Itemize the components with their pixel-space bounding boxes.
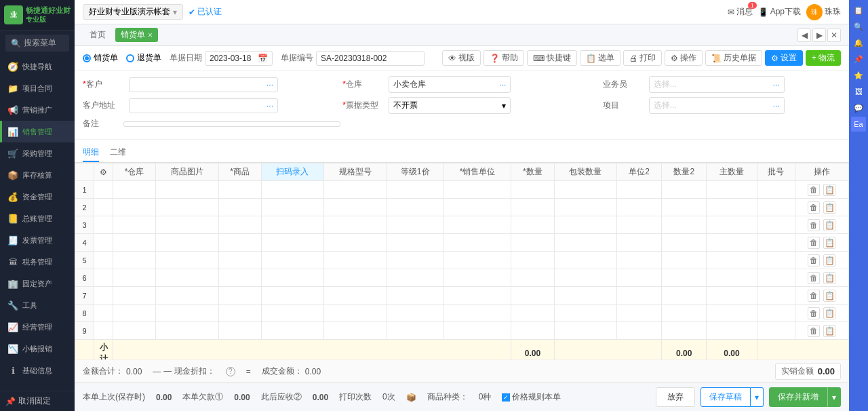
row-image[interactable] xyxy=(156,269,218,287)
app-download-button[interactable]: 📱 App下载 xyxy=(758,6,801,18)
row-image[interactable] xyxy=(156,234,218,252)
sidebar-item-purchase[interactable]: 🛒 采购管理 xyxy=(0,142,75,164)
select-button[interactable]: 📋选单 xyxy=(580,50,620,66)
row-actions[interactable]: 🗑 📋 xyxy=(795,322,848,340)
row-unit[interactable] xyxy=(443,252,511,269)
row-delete-button[interactable]: 🗑 xyxy=(808,272,820,284)
row-unit2[interactable] xyxy=(616,216,661,234)
row-unit[interactable] xyxy=(443,269,511,287)
row-goods[interactable] xyxy=(218,269,261,287)
row-spec[interactable] xyxy=(324,252,387,269)
th-settings[interactable]: ⚙ xyxy=(94,163,113,181)
row-batch[interactable] xyxy=(757,322,795,340)
row-qty[interactable] xyxy=(511,216,554,234)
row-warehouse[interactable] xyxy=(113,216,156,234)
row-image[interactable] xyxy=(156,252,218,269)
tab-2d[interactable]: 二维 xyxy=(110,144,126,162)
row-main-qty[interactable] xyxy=(707,199,757,216)
address-more-icon[interactable]: ··· xyxy=(267,101,273,111)
row-qty2[interactable] xyxy=(662,322,707,340)
row-actions[interactable]: 🗑 📋 xyxy=(795,181,848,199)
row-price[interactable] xyxy=(387,287,443,305)
row-qty[interactable] xyxy=(511,199,554,216)
row-copy-button[interactable]: 📋 xyxy=(823,184,835,196)
row-delete-button[interactable]: 🗑 xyxy=(808,307,820,319)
table-row[interactable]: 3 🗑 📋 xyxy=(75,216,849,234)
row-image[interactable] xyxy=(156,305,218,322)
row-pkg-qty[interactable] xyxy=(554,287,616,305)
row-delete-button[interactable]: 🗑 xyxy=(808,201,820,214)
price-check-label[interactable]: ✓ 价格规则本单 xyxy=(502,391,561,403)
save-new-arrow-button[interactable]: ▾ xyxy=(827,387,841,407)
row-image[interactable] xyxy=(156,181,218,199)
row-spec[interactable] xyxy=(324,287,387,305)
row-copy-button[interactable]: 📋 xyxy=(823,201,835,214)
remark-input[interactable] xyxy=(123,121,340,127)
nav-prev-button[interactable]: ◀ xyxy=(797,28,811,42)
sidebar-item-quick-nav[interactable]: 🧭 快捷导航 xyxy=(0,56,75,77)
row-qty2[interactable] xyxy=(662,305,707,322)
right-tool-1[interactable]: 📋 xyxy=(851,3,866,18)
row-goods[interactable] xyxy=(218,252,261,269)
shortcut-button[interactable]: ⌨快捷键 xyxy=(527,50,577,66)
row-pkg-qty[interactable] xyxy=(554,269,616,287)
row-batch[interactable] xyxy=(757,216,795,234)
row-goods[interactable] xyxy=(218,216,261,234)
right-tool-6[interactable]: 🖼 xyxy=(851,84,866,99)
row-spec[interactable] xyxy=(324,305,387,322)
row-goods[interactable] xyxy=(218,234,261,252)
sidebar-item-inventory[interactable]: 📦 库存核算 xyxy=(0,164,75,186)
row-image[interactable] xyxy=(156,322,218,340)
row-qty2[interactable] xyxy=(662,181,707,199)
warehouse-more-icon[interactable]: ··· xyxy=(499,80,506,90)
row-unit2[interactable] xyxy=(616,252,661,269)
row-scan[interactable] xyxy=(261,269,323,287)
row-qty[interactable] xyxy=(511,269,554,287)
help-button[interactable]: ❓帮助 xyxy=(484,50,524,66)
row-image[interactable] xyxy=(156,216,218,234)
row-scan[interactable] xyxy=(261,199,323,216)
row-unit[interactable] xyxy=(443,322,511,340)
row-image[interactable] xyxy=(156,199,218,216)
row-goods[interactable] xyxy=(218,181,261,199)
row-warehouse[interactable] xyxy=(113,252,156,269)
row-copy-button[interactable]: 📋 xyxy=(823,219,835,231)
row-qty2[interactable] xyxy=(662,269,707,287)
row-actions[interactable]: 🗑 📋 xyxy=(795,199,848,216)
warehouse-input[interactable]: 小卖仓库 ··· xyxy=(389,76,511,93)
row-spec[interactable] xyxy=(324,181,387,199)
table-row[interactable]: 1 🗑 📋 xyxy=(75,181,849,199)
date-input[interactable]: 2023-03-18 📅 xyxy=(205,51,273,66)
row-scan[interactable] xyxy=(261,322,323,340)
project-more-icon[interactable]: ··· xyxy=(773,101,780,111)
row-unit2[interactable] xyxy=(616,234,661,252)
row-spec[interactable] xyxy=(324,322,387,340)
view-button[interactable]: 👁视版 xyxy=(442,50,481,66)
row-goods[interactable] xyxy=(218,322,261,340)
nav-close-button[interactable]: ✕ xyxy=(827,28,841,42)
table-row[interactable]: 4 🗑 📋 xyxy=(75,234,849,252)
row-scan[interactable] xyxy=(261,252,323,269)
row-batch[interactable] xyxy=(757,252,795,269)
row-unit[interactable] xyxy=(443,305,511,322)
row-main-qty[interactable] xyxy=(707,287,757,305)
row-price[interactable] xyxy=(387,216,443,234)
sidebar-item-finance[interactable]: 💰 资金管理 xyxy=(0,186,75,208)
right-tool-4[interactable]: 📌 xyxy=(851,52,866,66)
row-unit2[interactable] xyxy=(616,269,661,287)
row-goods[interactable] xyxy=(218,287,261,305)
row-goods[interactable] xyxy=(218,199,261,216)
row-price[interactable] xyxy=(387,322,443,340)
row-batch[interactable] xyxy=(757,199,795,216)
search-menu-button[interactable]: 🔍 搜索菜单 xyxy=(5,35,69,52)
row-scan[interactable] xyxy=(261,305,323,322)
row-warehouse[interactable] xyxy=(113,181,156,199)
sidebar-item-sales[interactable]: 📊 销售管理 xyxy=(0,121,75,142)
row-actions[interactable]: 🗑 📋 xyxy=(795,287,848,305)
row-delete-button[interactable]: 🗑 xyxy=(808,237,820,249)
row-scan[interactable] xyxy=(261,287,323,305)
row-copy-button[interactable]: 📋 xyxy=(823,307,835,319)
row-spec[interactable] xyxy=(324,199,387,216)
row-spec[interactable] xyxy=(324,234,387,252)
row-warehouse[interactable] xyxy=(113,322,156,340)
